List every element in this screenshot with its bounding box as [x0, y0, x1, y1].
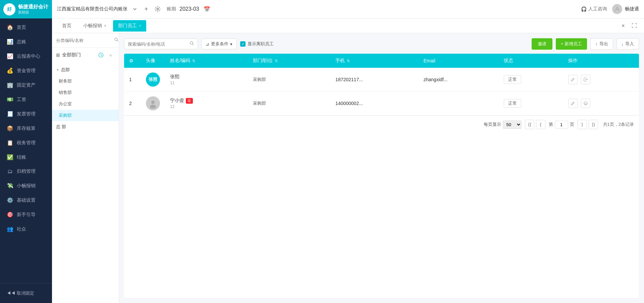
name-sort-icon: ⇅: [192, 59, 195, 63]
sidebar: 好 畅捷通好会计 旗舰版 🏠 首页 📊 总账 📈 云报表中心 💰 资金管理 🏢 …: [0, 0, 52, 303]
next-page-button[interactable]: ⟩: [578, 120, 587, 129]
filter-button[interactable]: ⊿ 更多条件 ▾: [201, 39, 237, 49]
row1-no: 1: [124, 68, 141, 92]
th-name-code[interactable]: 姓名/编码 ⇅: [165, 54, 248, 68]
th-dept-position[interactable]: 部门/职位 ⇅: [248, 54, 331, 68]
th-dept-label: 部门/职位: [253, 58, 273, 64]
sidebar-item-salary[interactable]: 💵 工资: [0, 92, 52, 107]
dept-search-input[interactable]: [56, 38, 112, 43]
sidebar-label-home: 首页: [17, 24, 26, 31]
dept-label-finance: 财务部: [59, 78, 72, 84]
sidebar-item-settings[interactable]: ⚙️ 基础设置: [0, 193, 52, 207]
dept-node-purchasing[interactable]: 采购部: [52, 110, 119, 121]
dept-node-hq[interactable]: 总 部: [52, 121, 119, 133]
period-label: 账期: [167, 6, 176, 12]
import-button[interactable]: ↓ 导入: [616, 38, 639, 50]
filter-label: 更多条件: [211, 41, 228, 47]
page-number-input[interactable]: [555, 121, 568, 129]
show-resigned-toggle[interactable]: ✓ 显示离职员工: [240, 41, 274, 47]
sidebar-item-reports[interactable]: 📈 云报表中心: [0, 49, 52, 63]
employee-search-input[interactable]: [128, 42, 187, 47]
sidebar-item-home[interactable]: 🏠 首页: [0, 20, 52, 35]
prev-page-button[interactable]: ⟨: [536, 120, 545, 129]
dept-search-area: [52, 33, 119, 48]
tab-maximize[interactable]: ⛶: [630, 21, 639, 31]
tab-expense-close[interactable]: ×: [104, 23, 106, 28]
user-area[interactable]: 畅捷通: [612, 4, 639, 14]
dept-collapse-icon[interactable]: «: [107, 51, 115, 59]
dept-node-finance[interactable]: 财务部: [52, 75, 119, 87]
add-employee-button[interactable]: + 新增员工: [556, 38, 587, 50]
sidebar-item-ledger[interactable]: 📊 总账: [0, 35, 52, 49]
sidebar-item-inventory[interactable]: 📦 库存核算: [0, 121, 52, 136]
tab-expense[interactable]: 小畅报销 ×: [78, 20, 111, 32]
table-row: 1 张照 张熙 11: [124, 68, 639, 92]
calendar-icon[interactable]: 📅: [204, 6, 210, 12]
svg-point-5: [151, 101, 155, 104]
add-tab-button[interactable]: +: [142, 5, 150, 13]
dept-label-office: 办公室: [59, 101, 72, 107]
last-page-button[interactable]: ⟩⟩: [589, 120, 598, 129]
th-email: Email: [419, 54, 499, 68]
sidebar-label-tax: 税务管理: [17, 140, 36, 146]
th-settings[interactable]: ⚙: [124, 54, 141, 68]
sidebar-item-assets[interactable]: 🏢 固定资产: [0, 78, 52, 92]
sidebar-item-funds[interactable]: 💰 资金管理: [0, 63, 52, 78]
toolbar-right: 邀请 + 新增员工 ↑ 导出 ↓ 导入: [532, 38, 639, 50]
dept-edit-icon[interactable]: [97, 51, 105, 59]
row2-email: [419, 92, 499, 115]
per-page-select[interactable]: 50 100 200: [503, 120, 522, 129]
employee-search-icon[interactable]: [190, 41, 194, 47]
dept-node-office[interactable]: 办公室: [52, 98, 119, 110]
first-page-button[interactable]: ⟨⟨: [525, 120, 534, 129]
employee-code-2: 12: [170, 104, 243, 109]
sidebar-label-archive: 归档管理: [17, 168, 36, 174]
tab-close-window[interactable]: ×: [619, 21, 628, 31]
row1-edit-button[interactable]: [568, 75, 578, 84]
sidebar-label-salary: 工资: [17, 97, 26, 103]
app-edition: 旗舰版: [18, 10, 48, 15]
employee-name-1: 张熙: [170, 74, 243, 80]
employee-search-box: [124, 39, 198, 49]
tab-department[interactable]: 部门员工 ×: [113, 20, 146, 32]
th-phone[interactable]: 手机 ⇅: [330, 54, 419, 68]
cancel-fixed-button[interactable]: ◀◀ 取消固定: [0, 287, 52, 300]
company-dropdown-button[interactable]: [131, 5, 139, 13]
dept-search-icon[interactable]: [114, 37, 119, 43]
sidebar-item-expense[interactable]: 💸 小畅报销: [0, 179, 52, 193]
tab-home[interactable]: 首页: [57, 20, 76, 32]
avatar-zhang: 张照: [146, 72, 160, 87]
sidebar-label-closing: 结账: [17, 154, 26, 160]
th-status: 状态: [499, 54, 564, 68]
all-depts-button[interactable]: ⊞ 全部部门: [56, 52, 95, 58]
th-phone-label: 手机: [335, 58, 345, 64]
row1-phone: 187202117...: [330, 68, 419, 92]
svg-point-6: [150, 105, 156, 108]
sidebar-item-invoice[interactable]: 🧾 发票管理: [0, 107, 52, 121]
name-with-tag: 宁小壹 应: [170, 98, 243, 104]
sidebar-label-assets: 固定资产: [17, 82, 36, 88]
closing-icon: ✅: [7, 154, 13, 160]
row2-edit-button[interactable]: [568, 99, 578, 108]
employee-table-container: ⚙ 头像 姓名/编码 ⇅: [124, 54, 639, 298]
row1-logout-button[interactable]: [581, 75, 590, 84]
sidebar-item-guide[interactable]: 🎯 新手引导: [0, 207, 52, 222]
row2-delete-button[interactable]: [581, 99, 590, 108]
invite-button[interactable]: 邀请: [532, 38, 552, 50]
sidebar-item-archive[interactable]: 🗂 归档管理: [0, 164, 52, 179]
row1-dept: 采购部: [248, 68, 331, 92]
sidebar-item-community[interactable]: 👥 社众: [0, 222, 52, 236]
toolbar: ⊿ 更多条件 ▾ ✓ 显示离职员工 邀请 + 新增员工 ↑: [124, 38, 639, 50]
sidebar-label-inventory: 库存核算: [17, 125, 36, 132]
sidebar-label-guide: 新手引导: [17, 212, 36, 218]
dept-header-actions: «: [97, 51, 115, 59]
dept-node-general[interactable]: ▼ 总部: [52, 64, 119, 75]
row2-name: 宁小壹 应 12: [165, 92, 248, 115]
settings-button[interactable]: [154, 5, 162, 13]
export-button[interactable]: ↑ 导出: [590, 38, 613, 50]
service-button[interactable]: 🎧 人工咨询: [581, 6, 607, 12]
sidebar-item-tax[interactable]: 📋 税务管理: [0, 136, 52, 150]
dept-node-sales[interactable]: 销售部: [52, 87, 119, 98]
tab-department-close[interactable]: ×: [139, 23, 141, 28]
sidebar-item-closing[interactable]: ✅ 结账: [0, 150, 52, 164]
